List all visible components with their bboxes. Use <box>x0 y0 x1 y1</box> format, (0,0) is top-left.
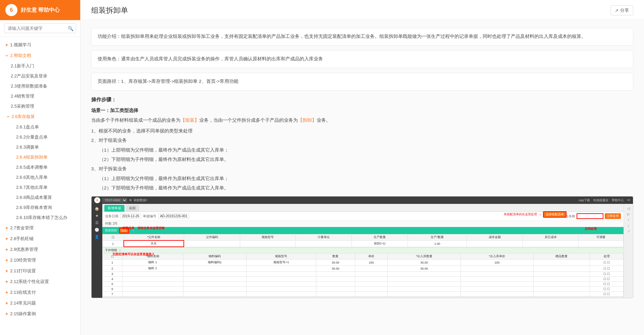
right-icon-2[interactable]: ▷ <box>627 212 630 216</box>
date-label: 业务日期 <box>105 214 118 219</box>
main-header: 组装拆卸单 ↗ 分享 <box>80 0 644 20</box>
section-parent-label: 组装拆卸 <box>105 228 117 233</box>
right-icon-4[interactable]: ↓ <box>628 224 629 227</box>
remark-input[interactable] <box>577 213 603 219</box>
sidebar-item-2-6-7[interactable]: 2.6.7其他出库单 <box>0 182 80 192</box>
sidebar-item-2-10[interactable]: + 2.10经营管理 <box>0 255 80 266</box>
sub-row-4: 4 ☐ ☐ <box>103 277 624 282</box>
sidebar-item-2-6-9[interactable]: 2.6.9库存账本查询 <box>0 203 80 213</box>
icon-home[interactable]: 🏠 <box>95 207 99 211</box>
sub-col-gift: 赠品数量 <box>533 254 590 260</box>
sidebar-item-2-4[interactable]: 2.4销售管理 <box>0 91 80 101</box>
sidebar-item-2-1[interactable]: 2.1新手入门 <box>0 61 80 71</box>
sidebar-item-video-learning[interactable]: + 1.视频学习 <box>0 40 80 50</box>
sub-nav: 件数 2/6 组装业务、拆卸业务在这里切换 启用处理 <box>102 221 624 227</box>
date-value[interactable]: 2019-12-26 <box>120 214 141 219</box>
user-cc[interactable]: cc <box>627 198 630 203</box>
icon-list[interactable]: ☰ <box>95 221 99 225</box>
sidebar-item-label: 2.6库存核算 <box>11 114 35 120</box>
help-link[interactable]: 帮助中心 <box>612 198 624 203</box>
sidebar-item-2-6-6[interactable]: 2.6.6其他入库单 <box>0 172 80 182</box>
sidebar-item-2-2[interactable]: 2.2产品安装及登录 <box>0 71 80 81</box>
sub-col-out-price: *出入库单价 <box>461 254 533 260</box>
sub-add-btn[interactable]: + <box>119 249 121 252</box>
scene1-title: 场景一：加工类型选择 <box>91 108 633 114</box>
expand-icon: + <box>5 247 8 252</box>
sub-row-1: 1 物料 1 物料编码1 规格型号+1 30.00 100 30.00 100 <box>103 260 624 266</box>
sidebar-item-help-docs[interactable]: − 2.帮助文档 <box>0 50 80 61</box>
steps-list: 1、根据不同的业务，选择不同单据的类型来处理 2、对于组装业务 （1）上部明细为… <box>91 127 633 192</box>
sidebar-header: 6 好生意 帮助中心 <box>0 0 80 20</box>
header-actions: 备注名称 立即处理 <box>562 213 621 219</box>
confirm-button[interactable]: 立即处理 <box>605 213 621 219</box>
right-icon-1[interactable]: ◁ <box>627 207 630 210</box>
collapse-icon-2-6: − <box>7 114 9 119</box>
sidebar-item-label: 2.10经营管理 <box>10 257 36 263</box>
path-text: 页面路径：1、库存核算->库存管理->组装拆卸单 2、首页->常用功能 <box>98 79 238 84</box>
sub-row-7: 7 ☐ ☐ <box>103 292 624 297</box>
screenshot-container: 6 TEST-H002 ⚙ 刷新数据+ App下载 给他提建议 帮助中心 cc … <box>91 196 633 298</box>
app-download[interactable]: App下载 <box>579 198 590 203</box>
section-header-sub: 子件明细 + 无固定清单可以在这里直接录入 <box>102 247 624 253</box>
sidebar-item-2-6-10[interactable]: 2.6.10库存账本错了怎么办 <box>0 213 80 223</box>
nav-item-1: + 1.视频学习 <box>0 40 80 50</box>
footer-totals: 合计： 0.00 | 0.00 | 0.00 | 0.00 0.00 <box>102 297 624 298</box>
sidebar-item-label: 2.9优惠券管理 <box>10 246 38 253</box>
sub-col-action: 处理 <box>590 254 624 260</box>
annotation-no-bom: 无固定清单可以在这里直接录入 <box>112 252 155 257</box>
icon-clock[interactable]: 🕐 <box>95 228 99 232</box>
step3-1: （1）上部明细为父件明细，最终作为原材料生成其它出库单； <box>99 175 633 183</box>
highlight-disassembly: 【拆卸】 <box>298 118 317 123</box>
app-title: 好生意 帮助中心 <box>21 7 60 14</box>
sidebar-item-2-5[interactable]: 2.5采购管理 <box>0 101 80 111</box>
sidebar-item-2-6-2[interactable]: 2.6.2分量盘点单 <box>0 132 80 142</box>
expand-icon: + <box>5 225 8 231</box>
sidebar-item-2-3[interactable]: 2.3使用前数据准备 <box>0 81 80 91</box>
step2-2: （2）下部明细为子件明细，最终作为原材料生成其它出库单。 <box>99 156 633 164</box>
sidebar-item-2-9[interactable]: + 2.9优惠券管理 <box>0 244 80 255</box>
icon-star[interactable]: ★ <box>95 214 99 218</box>
logo-icon: 6 <box>5 4 17 16</box>
icon-user[interactable]: 👤 <box>95 235 99 239</box>
sidebar-item-2-12[interactable]: + 2.12系统个性化设置 <box>0 276 80 287</box>
arrow-right-icon: → <box>538 213 542 216</box>
right-icon-expand[interactable]: ⤢ <box>627 229 630 233</box>
steps-title: 操作步骤： <box>91 97 633 103</box>
tab-refresh[interactable]: 刷新 <box>126 205 139 212</box>
search-input[interactable] <box>4 23 76 33</box>
share-button[interactable]: ↗ 分享 <box>610 5 633 15</box>
sidebar-item-2-15[interactable]: + 2.15操作案例 <box>0 309 80 319</box>
col-check: ☐ <box>103 234 124 241</box>
sub-table: ☐ *物料名称 物料编码 规格型号 数量 单价 *出入库数量 *出入库单价 赠品… <box>102 253 624 297</box>
bom-button[interactable]: 选择装配清单 <box>543 211 567 218</box>
company-select[interactable]: TEST-H002 <box>102 198 127 203</box>
feedback-link[interactable]: 给他提建议 <box>593 198 608 203</box>
sidebar-item-2-7[interactable]: + 2.7资金管理 <box>0 223 80 233</box>
sidebar-item-2-6-4[interactable]: 2.6.4组装拆卸单 <box>0 152 80 162</box>
refresh-btn: 刷新数据+ <box>134 198 148 203</box>
sub-row-2: 2 物料 2 30.00 30.00 ☐ ☐ <box>103 266 624 272</box>
sidebar-item-2-8[interactable]: + 2.8手机旺铺 <box>0 233 80 244</box>
parent-row-1: 1 关木 按拆(+1) 1.00 <box>103 240 624 247</box>
sidebar-item-2-11[interactable]: + 2.11打印设置 <box>0 266 80 276</box>
sidebar-item-label: 2.13在线支付 <box>10 289 36 295</box>
tab-active[interactable]: 新增单据 <box>104 205 124 212</box>
sidebar-item-label: 2.帮助文档 <box>10 53 31 59</box>
col-unit: 计量单位 <box>296 234 352 241</box>
sidebar-item-2-13[interactable]: + 2.13在线支付 <box>0 287 80 298</box>
sidebar-item-2-6-1[interactable]: 2.6.1盘点单 <box>0 122 80 132</box>
highlight-assembly: 【组装】 <box>180 118 199 123</box>
role-block: 使用角色：通常由生产人员或库管人员完成拆装业务的操作，库管人员确认原材料的出库和… <box>91 50 633 68</box>
right-icon-3[interactable]: ↑ <box>628 218 629 222</box>
expand-icon: + <box>5 311 8 317</box>
nav-sub-2-6: 2.6.1盘点单 2.6.2分量盘点单 2.6.3调拨单 2.6.4组装拆卸单 … <box>0 122 80 223</box>
nav-item-2: − 2.帮助文档 2.1新手入门 2.2产品安装及登录 2.3使用前数据准备 2… <box>0 50 80 223</box>
sidebar-item-2-6[interactable]: − 2.6库存核算 <box>0 111 80 122</box>
sidebar-item-2-6-5[interactable]: 2.6.5成本调整单 <box>0 162 80 172</box>
sidebar-item-2-14[interactable]: + 2.14常见问题 <box>0 298 80 309</box>
main-content: 组装拆卸单 ↗ 分享 功能介绍：组装拆卸单用来处理企业组装或拆卸等加工业务，支持… <box>80 0 644 335</box>
sidebar-item-2-6-3[interactable]: 2.6.3调拨单 <box>0 142 80 152</box>
app-topbar: 6 TEST-H002 ⚙ 刷新数据+ App下载 给他提建议 帮助中心 cc <box>92 197 633 204</box>
ref-value[interactable]: AD-20191226-001 <box>158 214 189 219</box>
sidebar-item-2-6-8[interactable]: 2.6.8商品成本重算 <box>0 192 80 203</box>
